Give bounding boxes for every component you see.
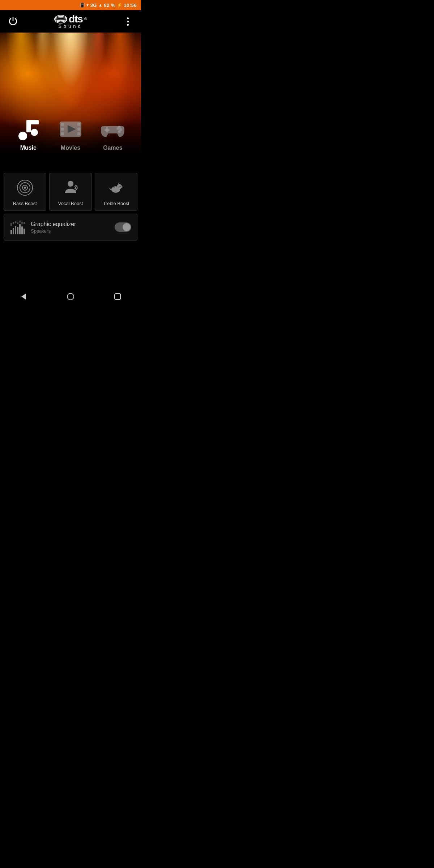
svg-rect-7	[26, 120, 39, 124]
network-label: 3G	[90, 3, 97, 8]
navigation-bar	[0, 288, 141, 305]
mode-music[interactable]: Music	[14, 115, 43, 151]
svg-rect-12	[77, 123, 80, 126]
treble-boost-label: Treble Boost	[103, 201, 129, 206]
more-menu-button[interactable]	[122, 15, 135, 28]
games-icon	[99, 117, 126, 141]
svg-rect-41	[17, 222, 18, 224]
music-icon	[16, 117, 41, 141]
status-bar: 📳 ▾ 3G ▲ 82 % ⚡ 10:56	[0, 0, 141, 10]
svg-marker-45	[21, 294, 26, 299]
sound-label: Sound	[58, 24, 83, 29]
svg-point-21	[118, 130, 121, 133]
home-icon	[66, 292, 75, 301]
svg-rect-13	[77, 128, 80, 131]
svg-rect-36	[21, 226, 23, 234]
svg-point-3	[55, 19, 67, 19]
eq-subtitle: Speakers	[31, 228, 110, 234]
music-icon-wrap	[14, 115, 43, 142]
svg-point-20	[118, 126, 121, 129]
treble-boost-card[interactable]: ♪ Treble Boost	[95, 173, 137, 211]
svg-rect-10	[61, 128, 64, 131]
recents-icon	[113, 292, 122, 301]
svg-rect-43	[21, 222, 23, 224]
vocal-boost-icon	[62, 179, 79, 196]
movies-icon-wrap	[56, 115, 85, 142]
dts-text: dts	[69, 14, 83, 24]
svg-point-25	[24, 187, 26, 189]
dot3	[127, 24, 129, 26]
bass-boost-card[interactable]: Bass Boost	[4, 173, 46, 211]
equalizer-bars-icon	[10, 219, 26, 235]
svg-rect-39	[13, 222, 14, 224]
vocal-icon	[62, 179, 79, 196]
power-button[interactable]	[7, 15, 20, 28]
bass-boost-label: Bass Boost	[13, 201, 37, 206]
svg-rect-17	[106, 127, 108, 132]
svg-point-4	[18, 132, 27, 140]
toggle-knob	[123, 223, 131, 231]
svg-rect-33	[15, 226, 16, 234]
dts-logo: dts® Sound	[54, 14, 87, 29]
eq-text-group: Graphic equalizer Speakers	[31, 221, 110, 234]
boost-cards-section: Bass Boost Vocal Boost	[0, 170, 141, 214]
svg-rect-31	[10, 230, 12, 234]
eq-icon	[10, 219, 26, 235]
mode-selector: Music Movies	[0, 115, 141, 151]
svg-point-5	[31, 129, 38, 136]
music-label: Music	[20, 145, 37, 151]
signal-icon: ▲	[98, 3, 103, 8]
vibrate-icon: 📳	[80, 3, 85, 8]
movies-label: Movies	[61, 145, 80, 151]
app-header: dts® Sound	[0, 10, 141, 33]
dts-rings-icon	[54, 14, 67, 24]
svg-rect-47	[115, 294, 120, 299]
svg-rect-32	[13, 228, 14, 234]
back-icon	[19, 292, 28, 301]
svg-rect-42	[19, 221, 21, 222]
svg-rect-35	[19, 224, 21, 234]
svg-rect-11	[61, 132, 64, 135]
svg-rect-37	[24, 229, 25, 234]
svg-point-29	[120, 186, 121, 187]
mode-movies[interactable]: Movies	[56, 115, 85, 151]
eq-title: Graphic equalizer	[31, 221, 110, 227]
dot2	[127, 21, 129, 22]
dot1	[127, 17, 129, 19]
concert-banner: Music Movies	[0, 33, 141, 170]
back-button[interactable]	[16, 289, 31, 305]
vocal-boost-label: Vocal Boost	[58, 201, 83, 206]
battery-label: 82 %	[104, 3, 116, 8]
recents-button[interactable]	[110, 289, 125, 305]
speaker-icon	[17, 179, 33, 196]
svg-text:♪: ♪	[118, 180, 120, 184]
svg-point-26	[68, 181, 73, 187]
mode-games[interactable]: Games	[98, 115, 127, 151]
bird-icon: ♪	[108, 179, 124, 196]
treble-boost-icon: ♪	[107, 179, 125, 196]
wifi-icon: ▾	[86, 3, 89, 8]
svg-rect-34	[17, 227, 18, 234]
svg-rect-44	[24, 222, 25, 224]
svg-rect-14	[77, 132, 80, 135]
svg-rect-9	[61, 123, 64, 126]
games-icon-wrap	[98, 115, 127, 142]
bass-boost-icon	[16, 179, 34, 196]
vocal-boost-card[interactable]: Vocal Boost	[49, 173, 92, 211]
svg-point-46	[67, 293, 74, 300]
home-button[interactable]	[63, 289, 78, 305]
graphic-eq-row[interactable]: Graphic equalizer Speakers	[4, 214, 137, 241]
svg-rect-40	[15, 221, 16, 223]
games-label: Games	[103, 145, 122, 151]
battery-icon: ⚡	[117, 3, 122, 8]
time-label: 10:56	[124, 3, 137, 8]
movies-icon	[58, 117, 83, 141]
svg-rect-38	[10, 223, 12, 226]
eq-toggle[interactable]	[115, 222, 131, 232]
